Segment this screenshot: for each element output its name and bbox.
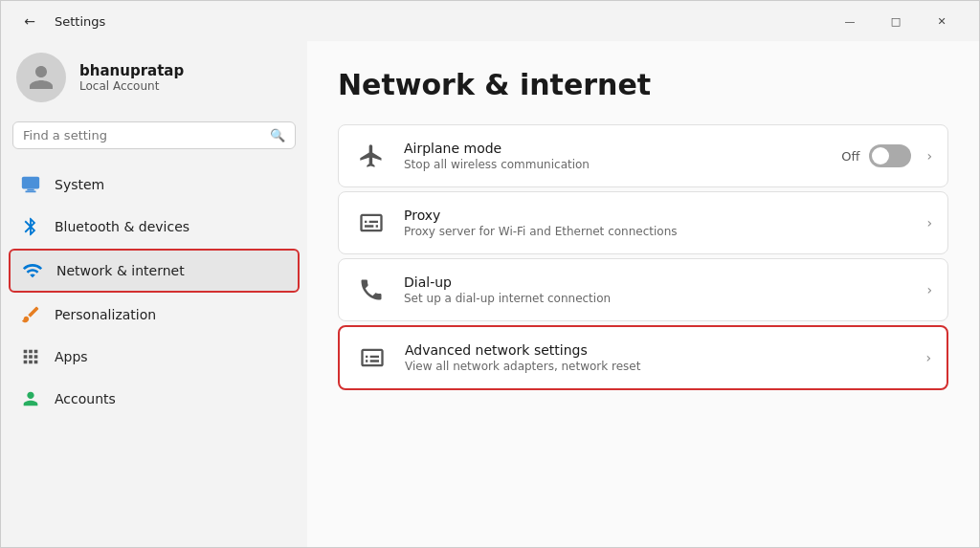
sidebar-item-label-personalization: Personalization — [55, 307, 156, 322]
avatar — [16, 53, 66, 102]
dialup-chevron: › — [926, 282, 932, 297]
network-icon — [22, 260, 43, 281]
sidebar-item-label-network: Network & internet — [56, 263, 185, 278]
sidebar-item-label-accounts: Accounts — [55, 391, 116, 406]
setting-item-dialup[interactable]: Dial-up Set up a dial-up internet connec… — [338, 258, 948, 321]
advanced-network-text: Advanced network settings View all netwo… — [405, 342, 910, 373]
proxy-title: Proxy — [404, 208, 911, 223]
setting-item-proxy[interactable]: Proxy Proxy server for Wi-Fi and Etherne… — [338, 191, 948, 254]
content-area: Network & internet Airplane mode Stop al… — [307, 41, 979, 547]
settings-window: ← Settings — □ ✕ bhanupratap Local Accou… — [0, 0, 980, 548]
airplane-mode-toggle-label: Off — [841, 149, 859, 164]
page-title: Network & internet — [338, 68, 948, 101]
dialup-icon — [354, 273, 389, 307]
svg-rect-1 — [27, 189, 33, 191]
nav-items: System Bluetooth & devices — [9, 164, 300, 419]
user-info: bhanupratap Local Account — [79, 62, 184, 93]
svg-rect-2 — [26, 190, 36, 192]
sidebar-item-apps[interactable]: Apps — [9, 337, 300, 377]
user-icon — [27, 63, 56, 92]
sidebar-item-system[interactable]: System — [9, 164, 300, 205]
sidebar-item-bluetooth[interactable]: Bluetooth & devices — [9, 207, 300, 247]
dialup-desc: Set up a dial-up internet connection — [404, 292, 911, 305]
accounts-icon — [20, 388, 41, 409]
personalization-icon — [20, 304, 41, 325]
app-title: Settings — [55, 14, 105, 29]
sidebar-item-label-system: System — [55, 177, 104, 192]
sidebar-item-label-apps: Apps — [55, 349, 88, 364]
search-box[interactable]: 🔍 — [12, 121, 296, 149]
sidebar-item-accounts[interactable]: Accounts — [9, 379, 300, 419]
close-button[interactable]: ✕ — [920, 6, 964, 36]
advanced-network-title: Advanced network settings — [405, 342, 910, 358]
proxy-icon — [354, 206, 389, 240]
setting-item-airplane[interactable]: Airplane mode Stop all wireless communic… — [338, 124, 948, 187]
bluetooth-icon — [20, 216, 41, 237]
minimize-button[interactable]: — — [828, 6, 872, 36]
setting-item-advanced[interactable]: Advanced network settings View all netwo… — [338, 325, 948, 390]
advanced-network-chevron: › — [925, 350, 931, 365]
apps-icon — [20, 346, 41, 367]
title-bar-left: ← Settings — [16, 8, 105, 34]
airplane-mode-icon — [354, 139, 389, 173]
airplane-mode-desc: Stop all wireless communication — [404, 158, 826, 171]
user-account-type: Local Account — [79, 79, 184, 93]
airplane-mode-control: Off — [841, 144, 911, 167]
search-input[interactable] — [23, 128, 262, 142]
sidebar-item-network[interactable]: Network & internet — [9, 249, 300, 293]
proxy-text: Proxy Proxy server for Wi-Fi and Etherne… — [404, 208, 911, 238]
main-layout: bhanupratap Local Account 🔍 — [1, 41, 979, 547]
proxy-desc: Proxy server for Wi-Fi and Ethernet conn… — [404, 225, 911, 238]
airplane-mode-chevron: › — [926, 148, 932, 164]
back-button[interactable]: ← — [16, 8, 43, 34]
dialup-text: Dial-up Set up a dial-up internet connec… — [404, 274, 911, 305]
sidebar: bhanupratap Local Account 🔍 — [1, 41, 307, 547]
advanced-network-icon — [355, 340, 390, 375]
sidebar-item-personalization[interactable]: Personalization — [9, 295, 300, 335]
sidebar-item-label-bluetooth: Bluetooth & devices — [55, 219, 189, 234]
user-name: bhanupratap — [79, 62, 184, 79]
airplane-mode-toggle[interactable] — [869, 144, 911, 167]
system-icon — [20, 174, 41, 195]
search-icon: 🔍 — [270, 128, 285, 142]
svg-rect-0 — [22, 177, 39, 189]
settings-list: Airplane mode Stop all wireless communic… — [338, 124, 948, 390]
advanced-network-desc: View all network adapters, network reset — [405, 360, 910, 373]
airplane-mode-text: Airplane mode Stop all wireless communic… — [404, 141, 826, 171]
title-bar: ← Settings — □ ✕ — [1, 1, 979, 41]
window-controls: — □ ✕ — [828, 6, 964, 36]
proxy-chevron: › — [926, 215, 932, 230]
user-section: bhanupratap Local Account — [9, 41, 300, 121]
maximize-button[interactable]: □ — [874, 6, 918, 36]
airplane-mode-title: Airplane mode — [404, 141, 826, 156]
dialup-title: Dial-up — [404, 274, 911, 290]
